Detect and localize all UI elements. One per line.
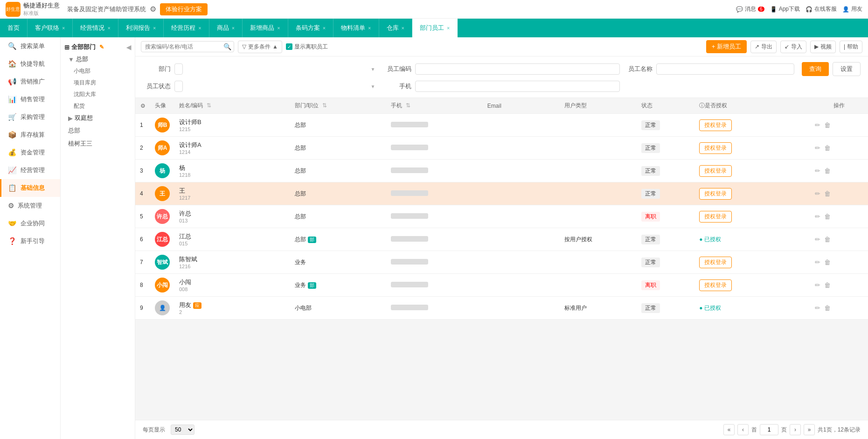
edit-icon[interactable]: ✏: [815, 213, 820, 220]
last-page-button[interactable]: »: [804, 424, 815, 435]
navtab-close-利润报告[interactable]: ×: [153, 25, 156, 31]
settings-icon[interactable]: ⚙: [150, 5, 156, 14]
auth-button[interactable]: 授权登录: [699, 142, 732, 154]
empname-input[interactable]: [656, 63, 794, 75]
navtab-close-部门员工[interactable]: ×: [447, 25, 450, 31]
navtab-利润报告[interactable]: 利润报告×: [118, 19, 164, 37]
sidebar-item-quick[interactable]: 🏠快捷导航: [0, 55, 60, 73]
navtab-仓库[interactable]: 仓库×: [379, 19, 412, 37]
auth-button[interactable]: 授权登录: [699, 165, 732, 177]
navtab-首页[interactable]: 首页: [0, 19, 28, 37]
dept-group-zongbu[interactable]: ▼ 总部: [64, 53, 131, 65]
col-name[interactable]: 姓名/编码 ⇅: [174, 98, 290, 114]
more-filter-button[interactable]: ▽ 更多条件 ▲: [238, 41, 282, 53]
navtab-close-商品[interactable]: ×: [232, 25, 235, 31]
auth-button[interactable]: 授权登录: [699, 279, 732, 291]
dept-select[interactable]: [174, 63, 183, 75]
import-button[interactable]: ↙ 导入: [780, 41, 806, 53]
dept-edit-icon[interactable]: ✎: [99, 44, 104, 50]
delete-icon[interactable]: 🗑: [824, 213, 831, 220]
delete-icon[interactable]: 🗑: [824, 258, 831, 266]
auth-button[interactable]: 授权登录: [699, 119, 732, 131]
show-resign-checkbox[interactable]: ✓: [286, 43, 292, 50]
sidebar-item-sales[interactable]: 📊销售管理: [0, 91, 60, 108]
dept-collapse-icon[interactable]: ◀: [126, 44, 131, 51]
dept-item-zongbu2[interactable]: 总部: [64, 124, 131, 137]
add-employee-button[interactable]: + 新增员工: [706, 40, 747, 53]
navtab-close-条码方案[interactable]: ×: [323, 25, 326, 31]
status-select[interactable]: [174, 81, 183, 92]
navtab-close-客户联络[interactable]: ×: [62, 25, 65, 31]
delete-icon[interactable]: 🗑: [824, 190, 831, 197]
navtab-物料清单[interactable]: 物料清单×: [333, 19, 379, 37]
col-phone[interactable]: 手机 ⇅: [386, 98, 483, 114]
edit-icon[interactable]: ✏: [815, 144, 820, 152]
navtab-条码方案[interactable]: 条码方案×: [288, 19, 333, 37]
trial-button[interactable]: 体验行业方案: [160, 3, 208, 15]
sidebar-item-search[interactable]: 🔍搜索菜单: [0, 37, 60, 55]
export-button[interactable]: ↗ 导出: [750, 41, 777, 53]
edit-icon[interactable]: ✏: [815, 236, 820, 243]
navtab-close-物料清单[interactable]: ×: [368, 25, 371, 31]
navtab-部门员工[interactable]: 部门员工×: [412, 19, 458, 37]
delete-icon[interactable]: 🗑: [824, 236, 831, 243]
dept-child-shenyangdaku[interactable]: 沈阳大库: [64, 89, 131, 100]
message-button[interactable]: 💬 消息 6: [736, 5, 764, 13]
edit-icon[interactable]: ✏: [815, 304, 820, 312]
dept-item-zhishu[interactable]: 植树王三: [64, 137, 131, 150]
delete-icon[interactable]: 🗑: [824, 304, 831, 312]
edit-icon[interactable]: ✏: [815, 167, 820, 174]
sidebar-item-inventory[interactable]: 📦库存核算: [0, 126, 60, 144]
dept-child-xiaodiangbu[interactable]: 小电部: [64, 65, 131, 77]
auth-button[interactable]: 授权登录: [699, 257, 732, 268]
online-service-button[interactable]: 🎧 在线客服: [806, 5, 837, 13]
set-button[interactable]: 设置: [833, 62, 861, 76]
edit-icon[interactable]: ✏: [815, 258, 820, 266]
next-page-button[interactable]: ›: [790, 424, 801, 435]
delete-icon[interactable]: 🗑: [824, 281, 831, 289]
app-download-button[interactable]: 📱 App下载: [770, 5, 800, 13]
dept-group-shuangtingxiang[interactable]: ▶ 双庭想: [64, 112, 131, 124]
navtab-经营情况[interactable]: 经营情况×: [73, 19, 118, 37]
sidebar-item-marketing[interactable]: 📢营销推广: [0, 73, 60, 91]
sidebar-item-guide[interactable]: ❓新手引导: [0, 232, 60, 250]
delete-icon[interactable]: 🗑: [824, 144, 831, 152]
help-button[interactable]: | 帮助: [840, 41, 862, 53]
sidebar-item-purchase[interactable]: 🛒采购管理: [0, 108, 60, 126]
sidebar-item-collab[interactable]: 🤝企业协同: [0, 215, 60, 232]
sidebar-item-finance[interactable]: 💰资金管理: [0, 144, 60, 161]
user-button[interactable]: 👤 用友: [842, 5, 862, 13]
dept-child-peihuo[interactable]: 配货: [64, 100, 131, 112]
delete-icon[interactable]: 🗑: [824, 121, 831, 129]
navtab-close-经营历程[interactable]: ×: [198, 25, 201, 31]
show-resign-toggle[interactable]: ✓ 显示离职员工: [286, 43, 328, 51]
first-page-button[interactable]: «: [723, 424, 735, 435]
page-number-input[interactable]: [760, 424, 778, 435]
navtab-close-新增商品[interactable]: ×: [277, 25, 280, 31]
auth-button[interactable]: 授权登录: [699, 211, 732, 223]
sidebar-item-operation[interactable]: 📈经营管理: [0, 161, 60, 179]
empcode-input[interactable]: [415, 63, 619, 75]
sidebar-item-system[interactable]: ⚙系统管理: [0, 197, 60, 215]
navtab-新增商品[interactable]: 新增商品×: [243, 19, 288, 37]
navtab-close-经营情况[interactable]: ×: [107, 25, 110, 31]
edit-icon[interactable]: ✏: [815, 121, 820, 129]
dept-child-xiangmukufang[interactable]: 项目库房: [64, 77, 131, 89]
search-input[interactable]: [141, 41, 234, 52]
navtab-经营历程[interactable]: 经营历程×: [164, 19, 209, 37]
edit-icon[interactable]: ✏: [815, 281, 820, 289]
delete-icon[interactable]: 🗑: [824, 167, 831, 174]
query-button[interactable]: 查询: [802, 62, 829, 76]
navtab-商品[interactable]: 商品×: [209, 19, 243, 37]
col-settings[interactable]: ⚙: [135, 98, 150, 114]
auth-button[interactable]: 授权登录: [699, 188, 732, 200]
per-page-select[interactable]: 50 20 100: [171, 425, 194, 435]
navtab-客户联络[interactable]: 客户联络×: [28, 19, 73, 37]
prev-page-button[interactable]: ‹: [737, 424, 749, 435]
view-button[interactable]: ▶ 视频: [810, 41, 836, 53]
sidebar-item-basic[interactable]: 📋基础信息: [0, 179, 60, 197]
edit-icon[interactable]: ✏: [815, 190, 820, 197]
col-dept[interactable]: 部门/职位 ⇅: [290, 98, 387, 114]
phone-input[interactable]: [415, 81, 619, 92]
navtab-close-仓库[interactable]: ×: [402, 25, 404, 31]
